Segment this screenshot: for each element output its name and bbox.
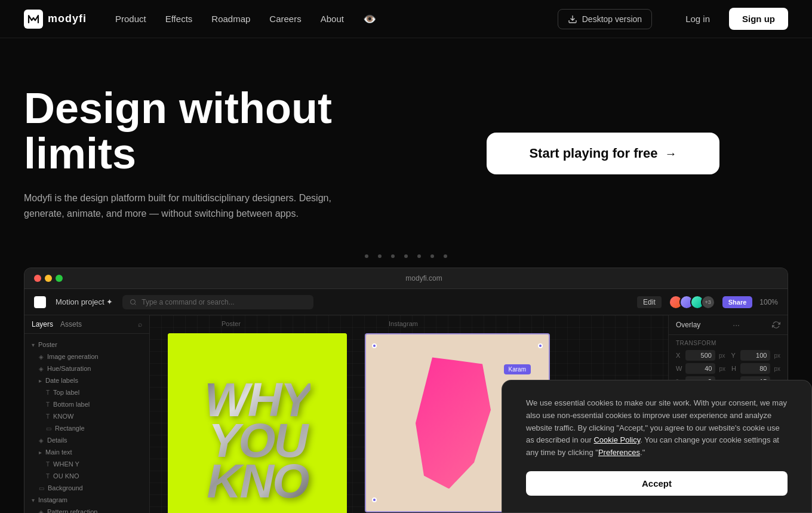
- app-logo-small: [34, 296, 46, 308]
- accept-cookies-button[interactable]: Accept: [526, 471, 788, 496]
- list-item[interactable]: ▾ Instagram: [24, 494, 149, 506]
- nav-careers[interactable]: Careers: [269, 14, 301, 24]
- rpanel-overlay-label: Overlay: [676, 321, 700, 329]
- list-item[interactable]: ◈ Image generation: [24, 351, 149, 363]
- x-label: X: [676, 352, 682, 359]
- logo-text: modyfi: [48, 13, 87, 25]
- w-input-row: W px H px: [676, 363, 780, 374]
- x-unit: px: [719, 352, 725, 359]
- collaborator-badge: Karam: [504, 364, 531, 374]
- svg-point-1: [131, 299, 136, 304]
- rpanel-more-icon[interactable]: ···: [733, 320, 740, 330]
- signup-button[interactable]: Sign up: [729, 8, 788, 30]
- search-layers-icon[interactable]: ⌕: [138, 320, 142, 328]
- nav-product[interactable]: Product: [115, 14, 146, 24]
- hero-left: Design without limits Modyfi is the desi…: [24, 86, 394, 221]
- layers-panel: Layers Assets ⌕ ▾ Poster ◈ Image generat…: [24, 315, 150, 513]
- list-item[interactable]: ▸ Main text: [24, 446, 149, 458]
- login-button[interactable]: Log in: [676, 9, 719, 29]
- maximize-window-button[interactable]: [56, 275, 63, 282]
- cookie-actions: Accept: [526, 471, 788, 496]
- selection-handle-tl[interactable]: [372, 343, 377, 348]
- hero-right: Start playing for free →: [418, 133, 788, 174]
- frame-instagram-label: Instagram: [389, 320, 418, 327]
- y-label: Y: [731, 352, 737, 359]
- edit-mode-button[interactable]: Edit: [637, 296, 662, 308]
- dot-4: [404, 254, 408, 258]
- nav-effects[interactable]: Effects: [165, 14, 193, 24]
- eye-icon[interactable]: 👁️: [363, 13, 376, 26]
- list-item[interactable]: T Top label: [24, 386, 149, 398]
- nav-roadmap[interactable]: Roadmap: [211, 14, 250, 24]
- refresh-icon[interactable]: [772, 321, 780, 329]
- list-item[interactable]: ▾ Poster: [24, 339, 149, 351]
- x-input[interactable]: [685, 350, 715, 361]
- close-window-button[interactable]: [34, 275, 41, 282]
- pink-shape: [416, 357, 499, 489]
- command-search-bar[interactable]: Type a command or search...: [122, 295, 313, 309]
- panel-tabs: Layers Assets ⌕: [24, 315, 149, 334]
- svg-rect-0: [24, 10, 43, 29]
- traffic-lights: [34, 275, 63, 282]
- dot-3: [391, 254, 395, 258]
- nav-about[interactable]: About: [321, 14, 344, 24]
- cta-button[interactable]: Start playing for free →: [487, 133, 719, 174]
- browser-chrome: modyfi.com: [24, 268, 788, 289]
- share-button[interactable]: Share: [722, 296, 753, 308]
- list-item[interactable]: ◈ Hue/Saturation: [24, 363, 149, 374]
- selection-handle-tr[interactable]: [538, 343, 543, 348]
- poster-frame[interactable]: WHYYOUKNO: [168, 333, 347, 513]
- preferences-link[interactable]: Preferences: [598, 448, 640, 457]
- list-item[interactable]: T KNOW: [24, 410, 149, 422]
- list-item[interactable]: ◈ Pattern refraction: [24, 506, 149, 513]
- frame-poster-label: Poster: [222, 320, 241, 327]
- desktop-version-button[interactable]: Desktop version: [558, 9, 652, 29]
- collaborator-avatars: +3: [669, 295, 715, 309]
- list-item[interactable]: ▭ Rectangle: [24, 422, 149, 434]
- assets-tab[interactable]: Assets: [60, 320, 82, 328]
- list-item[interactable]: T WHEN Y: [24, 458, 149, 470]
- dot-6: [430, 254, 434, 258]
- download-icon: [568, 14, 577, 24]
- dot-2: [378, 254, 382, 258]
- nav-right-actions: Desktop version Log in Sign up: [558, 8, 788, 30]
- cookie-banner: We use essential cookies to make our sit…: [502, 380, 812, 513]
- h-input[interactable]: [740, 363, 770, 374]
- zoom-level: 100%: [759, 298, 778, 306]
- cookie-policy-link[interactable]: Cookie Policy: [593, 435, 640, 444]
- layers-tab[interactable]: Layers: [32, 320, 53, 328]
- dot-5: [417, 254, 421, 258]
- list-item[interactable]: T Bottom label: [24, 398, 149, 410]
- cookie-text: We use essential cookies to make our sit…: [526, 397, 788, 459]
- hero-subtitle: Modyfi is the design platform built for …: [24, 191, 346, 221]
- project-name: Motion project ✦: [56, 297, 113, 306]
- search-icon: [130, 299, 137, 306]
- x-input-row: X px Y px: [676, 350, 780, 361]
- cta-label: Start playing for free: [529, 146, 657, 161]
- avatar-overflow: +3: [701, 295, 715, 309]
- dots-row: [0, 245, 812, 268]
- w-unit: px: [719, 365, 725, 372]
- w-input[interactable]: [685, 363, 715, 374]
- arrow-icon: →: [665, 147, 677, 161]
- toolbar-right: Edit +3 Share 100%: [637, 295, 778, 309]
- hero-section: Design without limits Modyfi is the desi…: [0, 38, 812, 245]
- minimize-window-button[interactable]: [45, 275, 52, 282]
- list-item[interactable]: ◈ Details: [24, 434, 149, 446]
- h-unit: px: [774, 365, 780, 372]
- list-item[interactable]: ▸ Date labels: [24, 374, 149, 386]
- list-item[interactable]: ▭ Background: [24, 482, 149, 494]
- hero-title: Design without limits: [24, 86, 394, 176]
- transform-label: Transform: [676, 340, 780, 346]
- navigation: modyfi Product Effects Roadmap Careers A…: [0, 0, 812, 38]
- app-toolbar: Motion project ✦ Type a command or searc…: [24, 289, 788, 315]
- dot-7: [444, 254, 447, 258]
- selection-handle-bl[interactable]: [372, 497, 377, 502]
- y-input[interactable]: [740, 350, 770, 361]
- browser-url-bar[interactable]: modyfi.com: [70, 274, 778, 282]
- list-item[interactable]: T OU KNO: [24, 470, 149, 482]
- layer-list: ▾ Poster ◈ Image generation ◈ Hue/Satura…: [24, 334, 149, 513]
- poster-text: WHYYOUKNO: [204, 380, 310, 502]
- logo[interactable]: modyfi: [24, 10, 87, 29]
- nav-links: Product Effects Roadmap Careers About 👁️: [115, 13, 558, 26]
